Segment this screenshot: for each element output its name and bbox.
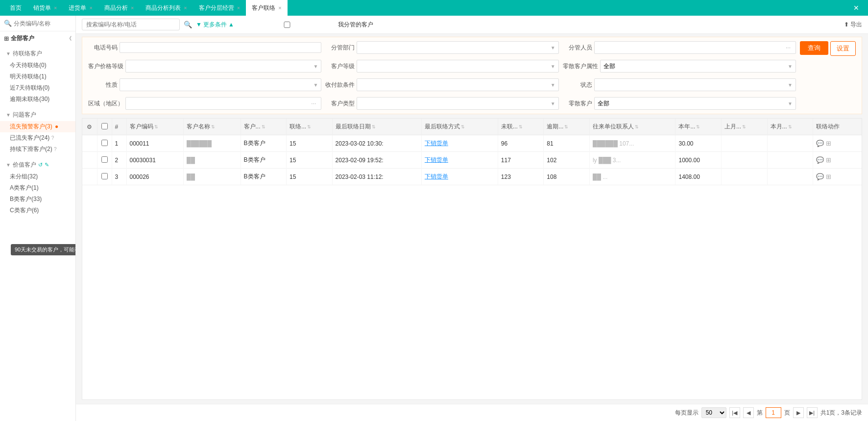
first-page-btn[interactable]: |◀ <box>729 407 740 418</box>
problem-group-title[interactable]: ▼ 问题客户 <box>0 109 75 121</box>
tab-customer-tier[interactable]: 客户分层经营 × <box>193 0 246 16</box>
action-more-icon[interactable]: ⊞ <box>826 173 831 180</box>
customer-tier-label: 客户等级 <box>325 62 355 71</box>
status-select[interactable]: ▼ <box>594 78 796 91</box>
staff-dots[interactable]: ··· <box>784 44 793 51</box>
row-select-checkbox[interactable] <box>101 140 108 146</box>
more-conditions-btn[interactable]: ▼ 更多条件 ▲ <box>196 21 234 29</box>
th-last-month[interactable]: 上月...⇅ <box>722 119 768 135</box>
gender-select[interactable]: ▼ <box>120 78 321 91</box>
phone-input[interactable] <box>120 42 321 53</box>
action-chat-icon[interactable]: 💬 <box>816 156 824 164</box>
sidebar-item-b-class[interactable]: B类客户(33) <box>0 194 75 205</box>
th-unit-contact[interactable]: 往来单位联系人⇅ <box>589 119 675 135</box>
th-code[interactable]: 客户编码⇅ <box>126 119 184 135</box>
value-refresh-icon[interactable]: ↺ <box>38 162 43 168</box>
th-name-label: 客户名称 <box>187 123 210 131</box>
tab-analysis[interactable]: 商品分析 × <box>98 0 140 16</box>
sidebar-item-lost[interactable]: 已流失客户(24) ? <box>0 132 75 144</box>
sidebar-item-c-class[interactable]: C类客户(6) <box>0 205 75 216</box>
th-overdue[interactable]: 逾期...⇅ <box>544 119 590 135</box>
sidebar-item-loss-warning[interactable]: 流失预警客户(3) ● <box>0 121 75 132</box>
sidebar-item-ungroup[interactable]: 未分组(32) <box>0 171 75 182</box>
settings-button[interactable]: 设置 <box>830 41 856 56</box>
th-checkbox[interactable] <box>97 119 112 135</box>
query-button[interactable]: 查询 <box>800 41 828 55</box>
row-method-link[interactable]: 下销货单 <box>425 173 448 180</box>
price-tier-select[interactable]: ▼ <box>125 60 321 73</box>
value-group-title[interactable]: ▼ 价值客户 ↺ ✎ <box>0 159 75 171</box>
sidebar-item-a-class[interactable]: A类客户(1) <box>0 182 75 194</box>
zero-customer-select[interactable]: 全部 ▼ <box>594 97 796 110</box>
tab-sales[interactable]: 销货单 × <box>27 0 63 16</box>
sidebar-item-overdue[interactable]: 逾期未联络(30) <box>0 94 75 105</box>
region-select[interactable]: ··· <box>125 97 321 110</box>
value-edit-icon[interactable]: ✎ <box>45 162 49 168</box>
row-checkbox[interactable] <box>97 152 112 169</box>
dept-select[interactable]: ▼ <box>357 41 558 54</box>
action-more-icon[interactable]: ⊞ <box>826 156 831 164</box>
sidebar-item-declining[interactable]: 持续下滑客户(2) ? <box>0 144 75 155</box>
row-index: 3 <box>112 169 126 185</box>
th-gear[interactable]: ⚙ <box>82 119 97 135</box>
th-this-month[interactable]: 本月...⇅ <box>767 119 813 135</box>
zero-attr-select[interactable]: 全部 ▼ <box>600 60 796 73</box>
payment-select[interactable]: ▼ <box>357 78 558 91</box>
row-last-method[interactable]: 下销货单 <box>421 169 498 185</box>
row-checkbox[interactable] <box>97 169 112 185</box>
current-page[interactable]: 1 <box>766 407 781 418</box>
region-dots[interactable]: ··· <box>309 100 318 107</box>
select-all-checkbox[interactable] <box>101 123 108 129</box>
th-type[interactable]: 客户...⇅ <box>241 119 287 135</box>
sidebar-item-today[interactable]: 今天待联络(0) <box>0 60 75 71</box>
tab-customer-contact-close[interactable]: × <box>278 5 281 11</box>
action-more-icon[interactable]: ⊞ <box>826 140 831 147</box>
all-customers-header[interactable]: ⊞ 全部客户 《 <box>0 31 75 46</box>
sidebar-search-input[interactable] <box>14 20 76 27</box>
per-page-select[interactable]: 50 100 <box>701 407 726 418</box>
last-page-btn[interactable]: ▶| <box>807 407 818 418</box>
window-close-button[interactable]: ✕ <box>848 4 864 12</box>
tab-home[interactable]: 首页 <box>4 0 27 16</box>
row-method-link[interactable]: 下销货单 <box>425 140 448 147</box>
next-page-btn[interactable]: ▶ <box>793 407 804 418</box>
th-last-method[interactable]: 最后联络方式⇅ <box>421 119 498 135</box>
main-layout: 🔍 ⊞ 全部客户 《 ▼ 待联络客户 今天待联络(0) 明天待联络(1) 近7天… <box>0 16 868 421</box>
tab-purchase[interactable]: 进货单 × <box>63 0 98 16</box>
action-chat-icon[interactable]: 💬 <box>816 140 824 147</box>
row-select-checkbox[interactable] <box>101 173 108 179</box>
sidebar-item-tomorrow[interactable]: 明天待联络(1) <box>0 71 75 82</box>
tab-customer-tier-close[interactable]: × <box>237 5 240 11</box>
row-method-link[interactable]: 下销货单 <box>425 156 448 163</box>
payment-field: 收付款条件 ▼ <box>325 78 558 91</box>
gear-icon[interactable]: ⚙ <box>87 124 92 130</box>
tab-analysis-close[interactable]: × <box>131 5 134 11</box>
row-select-checkbox[interactable] <box>101 156 108 163</box>
pagination: 每页显示 50 100 |◀ ◀ 第 1 页 ▶ ▶| 共1页，3条记录 <box>76 404 868 421</box>
pending-group-title[interactable]: ▼ 待联络客户 <box>0 48 75 60</box>
tab-purchase-close[interactable]: × <box>89 5 92 11</box>
action-chat-icon[interactable]: 💬 <box>816 173 824 180</box>
customer-type-select[interactable]: ▼ <box>357 97 558 110</box>
tab-analysis-list[interactable]: 商品分析列表 × <box>140 0 193 16</box>
tab-analysis-list-close[interactable]: × <box>184 5 187 11</box>
row-checkbox[interactable] <box>97 135 112 152</box>
export-btn[interactable]: ⬆ 导出 <box>844 21 862 29</box>
my-customers-checkbox[interactable] <box>238 22 336 28</box>
tab-customer-contact[interactable]: 客户联络 × <box>246 0 287 16</box>
search-input[interactable] <box>82 19 180 30</box>
th-last-date[interactable]: 最后联络日期⇅ <box>332 119 421 135</box>
row-last-method[interactable]: 下销货单 <box>421 135 498 152</box>
customer-tier-select[interactable]: ▼ <box>357 60 558 73</box>
th-this-year[interactable]: 本年...⇅ <box>675 119 722 135</box>
th-name[interactable]: 客户名称⇅ <box>184 119 241 135</box>
th-no-contact[interactable]: 未联...⇅ <box>498 119 544 135</box>
staff-select[interactable]: ··· <box>594 41 796 54</box>
th-contact[interactable]: 联络...⇅ <box>287 119 333 135</box>
tab-sales-close[interactable]: × <box>54 5 57 11</box>
prev-page-btn[interactable]: ◀ <box>743 407 754 418</box>
row-last-method[interactable]: 下销货单 <box>421 152 498 169</box>
search-button[interactable]: 🔍 <box>184 21 192 28</box>
th-action: 联络动作 <box>813 119 862 135</box>
sidebar-item-7days[interactable]: 近7天待联络(0) <box>0 82 75 94</box>
